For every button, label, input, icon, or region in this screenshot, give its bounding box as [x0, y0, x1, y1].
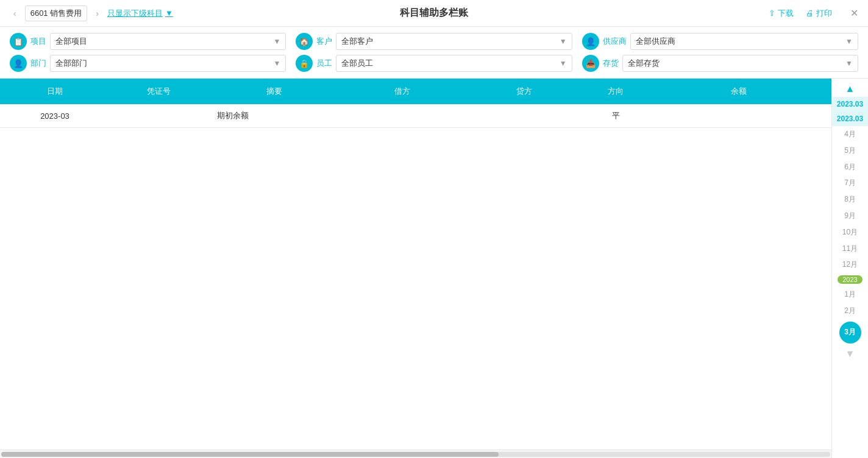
timeline-item-5[interactable]: 5月 — [832, 143, 868, 159]
table-row[interactable]: 2023-03 期初余额 平 — [0, 104, 831, 128]
page-title: 科目辅助多栏账 — [400, 7, 468, 19]
customer-value: 全部客户 — [341, 36, 373, 47]
timeline-item-11[interactable]: 11月 — [832, 241, 868, 257]
cell-voucher — [110, 104, 207, 128]
filter-supplier: 👤 供应商 全部供应商 ▼ — [582, 33, 858, 50]
supplier-value: 全部供应商 — [636, 36, 675, 47]
show-sub-label: 只显示下级科目 — [107, 8, 163, 19]
project-icon: 📋 — [10, 33, 27, 50]
timeline-period-2023-03-top[interactable]: 2023.03 — [832, 97, 868, 111]
employee-select[interactable]: 全部员工 ▼ — [336, 55, 572, 72]
main-content: 日期 凭证号 摘要 借方 贷方 方向 余额 2023-03 期初余额 — [0, 79, 831, 458]
chevron-down-icon: ▼ — [560, 59, 567, 68]
project-value: 全部项目 — [55, 36, 87, 47]
filter-customer: 🏠 客户 全部客户 ▼ — [296, 33, 572, 50]
employee-icon: 🔒 — [296, 55, 313, 72]
title-bar: ‹ 6601 销售费用 › 只显示下级科目 ▼ 科目辅助多栏账 ⇧ 下载 🖨 打… — [0, 0, 868, 27]
scroll-bar[interactable] — [0, 449, 831, 458]
inventory-icon: 📥 — [582, 55, 599, 72]
print-label: 打印 — [816, 8, 832, 19]
prev-account-button[interactable]: ‹ — [10, 7, 20, 19]
filter-row-2: 👤 部门 全部部门 ▼ 🔒 员工 全部员工 ▼ 📥 存货 全部存货 — [10, 55, 858, 72]
cell-summary: 期初余额 — [207, 104, 341, 128]
timeline-item-1[interactable]: 1月 — [832, 286, 868, 303]
cell-balance — [646, 104, 831, 128]
header-voucher: 凭证号 — [110, 79, 207, 104]
employee-value: 全部员工 — [341, 58, 373, 69]
customer-label: 客户 — [316, 36, 332, 47]
header-summary: 摘要 — [207, 79, 341, 104]
main-window: ‹ 6601 销售费用 › 只显示下级科目 ▼ 科目辅助多栏账 ⇧ 下载 🖨 打… — [0, 0, 868, 458]
project-label: 项目 — [30, 36, 46, 47]
inventory-value: 全部存货 — [628, 58, 660, 69]
filter-project: 📋 项目 全部项目 ▼ — [10, 33, 286, 50]
data-table: 日期 凭证号 摘要 借方 贷方 方向 余额 2023-03 期初余额 — [0, 79, 831, 128]
scroll-track[interactable] — [1, 452, 830, 457]
customer-icon: 🏠 — [296, 33, 313, 50]
filter-employee: 🔒 员工 全部员工 ▼ — [296, 55, 572, 72]
chevron-down-icon: ▼ — [165, 9, 173, 18]
timeline-item-8[interactable]: 8月 — [832, 191, 868, 208]
dept-select[interactable]: 全部部门 ▼ — [50, 55, 286, 72]
timeline-down-button[interactable]: ▼ — [843, 346, 858, 362]
next-account-button[interactable]: › — [92, 7, 102, 19]
print-button[interactable]: 🖨 打印 — [806, 8, 832, 19]
dept-label: 部门 — [30, 58, 46, 69]
supplier-label: 供应商 — [603, 36, 627, 47]
year-badge-2023[interactable]: 2023 — [838, 275, 862, 284]
employee-label: 员工 — [316, 58, 332, 69]
dept-value: 全部部门 — [55, 58, 87, 69]
empty-space — [0, 128, 831, 449]
table-header-row: 日期 凭证号 摘要 借方 贷方 方向 余额 — [0, 79, 831, 104]
filter-area: 📋 项目 全部项目 ▼ 🏠 客户 全部客户 ▼ 👤 供应商 全部供应 — [0, 27, 868, 79]
header-balance: 余额 — [646, 79, 831, 104]
timeline-up-button[interactable]: ▲ — [843, 81, 858, 97]
timeline-item-7[interactable]: 7月 — [832, 175, 868, 191]
scroll-thumb[interactable] — [1, 452, 499, 457]
timeline-item-12[interactable]: 12月 — [832, 256, 868, 273]
filter-inventory: 📥 存货 全部存货 ▼ — [582, 55, 858, 72]
table-container: 日期 凭证号 摘要 借方 贷方 方向 余额 2023-03 期初余额 — [0, 79, 868, 458]
chevron-down-icon: ▼ — [273, 37, 280, 46]
filter-row-1: 📋 项目 全部项目 ▼ 🏠 客户 全部客户 ▼ 👤 供应商 全部供应 — [10, 33, 858, 50]
cell-credit — [463, 104, 585, 128]
timeline-item-4[interactable]: 4月 — [832, 126, 868, 143]
chevron-down-icon: ▼ — [560, 37, 567, 46]
timeline-item-3-current[interactable]: 3月 — [839, 322, 861, 344]
timeline-item-9[interactable]: 9月 — [832, 208, 868, 224]
title-bar-right: ⇧ 下载 🖨 打印 ✕ — [769, 7, 858, 19]
supplier-icon: 👤 — [582, 33, 599, 50]
chevron-down-icon: ▼ — [845, 37, 853, 46]
download-button[interactable]: ⇧ 下载 — [769, 8, 794, 19]
show-sub-button[interactable]: 只显示下级科目 ▼ — [107, 8, 173, 19]
timeline-period-2023-03-bottom[interactable]: 2023.03 — [832, 111, 868, 126]
timeline-item-6[interactable]: 6月 — [832, 159, 868, 175]
inventory-label: 存货 — [603, 58, 619, 69]
inventory-select[interactable]: 全部存货 ▼ — [622, 55, 858, 72]
header-date: 日期 — [0, 79, 110, 104]
print-icon: 🖨 — [806, 9, 814, 18]
cell-date: 2023-03 — [0, 104, 110, 128]
account-code[interactable]: 6601 销售费用 — [25, 5, 88, 21]
timeline-item-2[interactable]: 2月 — [832, 303, 868, 319]
project-select[interactable]: 全部项目 ▼ — [50, 33, 286, 50]
supplier-select[interactable]: 全部供应商 ▼ — [630, 33, 858, 50]
dept-icon: 👤 — [10, 55, 27, 72]
download-icon: ⇧ — [769, 9, 775, 18]
header-debit: 借方 — [341, 79, 463, 104]
cell-debit — [341, 104, 463, 128]
header-direction: 方向 — [585, 79, 646, 104]
header-credit: 贷方 — [463, 79, 585, 104]
customer-select[interactable]: 全部客户 ▼ — [336, 33, 572, 50]
timeline-sidebar: ▲ 2023.03 2023.03 4月 5月 6月 7月 8月 9月 10月 … — [831, 79, 868, 458]
filter-dept: 👤 部门 全部部门 ▼ — [10, 55, 286, 72]
timeline-item-10[interactable]: 10月 — [832, 224, 868, 241]
download-label: 下载 — [778, 8, 794, 19]
cell-direction: 平 — [585, 104, 646, 128]
title-bar-left: ‹ 6601 销售费用 › 只显示下级科目 ▼ — [10, 5, 173, 21]
chevron-down-icon: ▼ — [273, 59, 280, 68]
close-button[interactable]: ✕ — [850, 7, 858, 19]
chevron-down-icon: ▼ — [845, 59, 853, 68]
